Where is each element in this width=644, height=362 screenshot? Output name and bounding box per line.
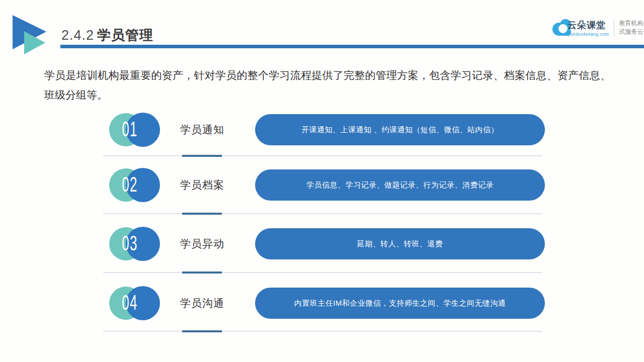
feature-row-archive: 02 学员档案 学员信息、学习记录、做题记录、行为记录、消费记录 — [0, 168, 644, 202]
divider-accent — [182, 155, 222, 157]
row-description-pill: 开课通知、上课通知 、约课通知（短信、微信、站内信） — [255, 114, 545, 145]
row-number: 03 — [120, 227, 140, 261]
brand-separator — [614, 19, 614, 36]
brand-domain: yunduoketang.com — [568, 32, 609, 37]
row-label: 学员档案 — [180, 168, 240, 202]
divider-accent — [182, 330, 222, 332]
brand-text: 云朵课堂 yunduoketang.com — [568, 19, 609, 37]
row-divider — [103, 155, 542, 156]
row-divider — [103, 331, 542, 332]
title-underline — [60, 45, 644, 48]
section-number: 2.4.2 — [61, 28, 94, 43]
row-label: 学员通知 — [180, 113, 240, 147]
row-description-pill: 延期、转人、转班、退费 — [255, 228, 545, 259]
brand-tagline: 教育机构一站 式服务云平台 — [619, 19, 644, 36]
intro-paragraph: 学员是培训机构最重要的资产，针对学员的整个学习流程提供了完整的管理方案，包含学习… — [44, 65, 611, 105]
row-description-pill: 学员信息、学习记录、做题记录、行为记录、消费记录 — [255, 169, 545, 201]
row-number: 01 — [120, 113, 140, 147]
brand-tagline-line2: 式服务云平台 — [619, 28, 644, 36]
row-label: 学员沟通 — [180, 286, 240, 320]
row-divider — [103, 272, 542, 273]
row-number: 02 — [120, 168, 140, 202]
slide-student-management: 2.4.2学员管理 云朵课堂 yunduoketang.com 教育机构一站 式… — [0, 0, 644, 362]
row-description-pill: 内置班主任IM和企业微信，支持师生之间、学生之间无缝沟通 — [255, 288, 545, 319]
section-title: 学员管理 — [97, 28, 153, 43]
divider-accent — [182, 272, 222, 274]
row-number: 04 — [120, 286, 140, 320]
feature-row-communication: 04 学员沟通 内置班主任IM和企业微信，支持师生之间、学生之间无缝沟通 — [0, 286, 644, 320]
feature-row-change: 03 学员异动 延期、转人、转班、退费 — [0, 227, 644, 261]
divider-accent — [182, 213, 222, 215]
row-divider — [103, 213, 542, 214]
triangles-logo-icon — [11, 14, 49, 57]
brand-name: 云朵课堂 — [568, 19, 606, 31]
feature-row-notify: 01 学员通知 开课通知、上课通知 、约课通知（短信、微信、站内信） — [0, 113, 644, 147]
brand-tagline-line1: 教育机构一站 — [619, 19, 644, 28]
brand-logo: 云朵课堂 yunduoketang.com 教育机构一站 式服务云平台 — [551, 15, 644, 41]
page-title: 2.4.2学员管理 — [61, 26, 153, 44]
row-label: 学员异动 — [180, 227, 240, 261]
